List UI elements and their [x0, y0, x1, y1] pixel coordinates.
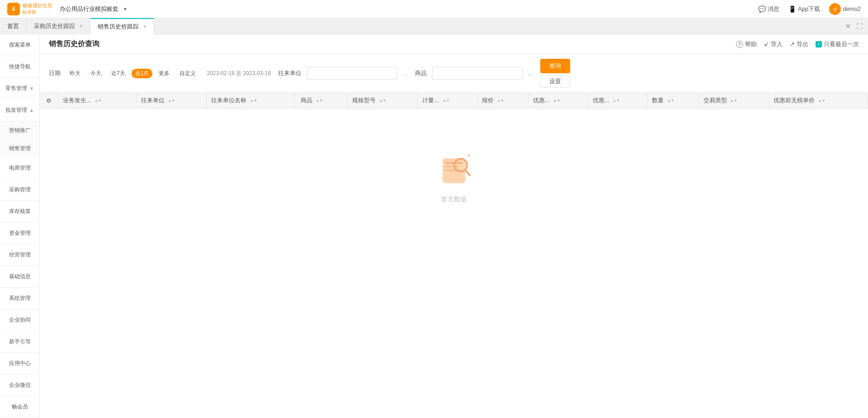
sidebar-operations-mgmt-label: 经营管理	[9, 251, 31, 259]
empty-state: ✦ 暂无数据	[40, 109, 868, 240]
app-download-button[interactable]: 📱 App下载	[788, 5, 820, 13]
sidebar-item-inventory[interactable]: 库存核算	[0, 201, 39, 223]
sidebar-item-finance-mgmt[interactable]: 资金管理	[0, 223, 39, 244]
tab-sales-history[interactable]: 销售历史价跟踪 ×	[90, 18, 154, 34]
sidebar-item-marketing[interactable]: 营销推广	[0, 121, 39, 139]
sort-arrows-trade-type: ▲▼	[730, 99, 737, 103]
logo-area: 6 畅捷通好生意标准版	[7, 3, 52, 15]
date-btn-last7[interactable]: 近7天	[108, 69, 129, 78]
date-btn-more[interactable]: 更多	[155, 69, 173, 78]
page-header: 销售历史价查询 ? 帮助 ↙ 导入 ↗ 导出 ✓ 只看最后一次	[40, 34, 868, 54]
empty-illustration: ✦	[431, 145, 476, 190]
partner-input[interactable]	[307, 67, 397, 80]
tab-home[interactable]: 首页	[0, 18, 27, 34]
sidebar-item-operations-mgmt[interactable]: 经营管理	[0, 244, 39, 266]
export-button[interactable]: ↗ 导出	[790, 40, 808, 48]
sidebar-item-retail-mgmt[interactable]: 零售管理 ▼	[0, 78, 39, 100]
th-discount1[interactable]: 优惠... ▲▼	[528, 93, 588, 109]
sidebar-inventory-label: 库存核算	[9, 208, 31, 215]
th-trade-type[interactable]: 交易类型 ▲▼	[698, 93, 769, 109]
empty-text: 暂无数据	[441, 195, 467, 204]
sidebar-member-label: 畅会员	[12, 403, 28, 411]
sidebar-item-purchase-mgmt[interactable]: 采购管理	[0, 179, 39, 201]
import-label: 导入	[771, 40, 783, 48]
sort-arrows-pre-tax: ▲▼	[818, 99, 826, 103]
page-title: 销售历史价查询	[49, 39, 99, 49]
th-goods[interactable]: 商品 ▲▼	[296, 93, 348, 109]
sidebar-new-guide-label: 新手引导	[9, 338, 31, 346]
sidebar-enterprise-wechat-label: 企业微信	[9, 381, 31, 389]
date-label: 日期	[49, 69, 61, 77]
th-partner-name[interactable]: 往来单位名称 ▲▼	[207, 93, 296, 109]
help-button[interactable]: ? 帮助	[736, 40, 757, 48]
th-unit[interactable]: 计量... ▲▼	[418, 93, 477, 109]
user-area[interactable]: d demo2	[829, 3, 861, 15]
goods-dots[interactable]: ...	[528, 70, 533, 77]
only-last-checkbox[interactable]: ✓	[816, 41, 822, 48]
message-icon: 💬	[758, 5, 766, 13]
help-label: 帮助	[745, 40, 757, 48]
sidebar-item-search-menu[interactable]: 搜索菜单	[0, 34, 39, 56]
help-icon: ?	[736, 41, 743, 48]
sort-arrows-quote: ▲▼	[497, 99, 504, 103]
sidebar-item-new-guide[interactable]: 新手引导	[0, 331, 39, 353]
sidebar-item-quick-nav[interactable]: 快捷导航	[0, 56, 39, 78]
tab-sales-history-close[interactable]: ×	[143, 24, 146, 30]
username: demo2	[843, 5, 861, 12]
sidebar-item-basic-info[interactable]: 基础信息	[0, 266, 39, 288]
sidebar-item-ecommerce-mgmt[interactable]: 电商管理	[0, 157, 39, 179]
date-btn-last1m[interactable]: 近1月	[132, 69, 153, 78]
filter-row-partner: 往来单位 ...	[278, 67, 408, 80]
sort-arrows-goods: ▲▼	[316, 99, 323, 103]
content-area: 销售历史价查询 ? 帮助 ↙ 导入 ↗ 导出 ✓ 只看最后一次	[40, 34, 868, 418]
window-maximize-btn[interactable]: ⛶	[856, 23, 863, 30]
partner-label: 往来单位	[278, 69, 302, 77]
sidebar-app-center-label: 应用中心	[9, 360, 31, 367]
th-quote[interactable]: 报价 ▲▼	[477, 93, 528, 109]
only-last-checkbox-group[interactable]: ✓ 只看最后一次	[816, 40, 859, 48]
th-pre-tax[interactable]: 优惠前无税单价 ▲▼	[769, 93, 868, 109]
sidebar-item-app-center[interactable]: 应用中心	[0, 353, 39, 375]
sort-arrows-biz-date: ▲▼	[94, 99, 102, 103]
th-spec[interactable]: 规格型号 ▲▼	[347, 93, 418, 109]
th-gear[interactable]: ⚙	[40, 93, 58, 109]
gear-icon[interactable]: ⚙	[46, 97, 52, 104]
header-dropdown-icon[interactable]: ▾	[124, 6, 127, 12]
app-download-label: App下载	[798, 5, 820, 13]
header-left: 6 畅捷通好生意标准版 办公用品行业模拟账套 ▾	[7, 3, 127, 15]
sidebar-basic-info-label: 基础信息	[9, 273, 31, 280]
date-btn-custom[interactable]: 自定义	[176, 69, 199, 78]
import-button[interactable]: ↙ 导入	[764, 40, 783, 48]
query-button[interactable]: 查询	[540, 59, 570, 73]
sidebar-system-mgmt-label: 系统管理	[9, 294, 31, 302]
tab-purchase-history[interactable]: 采购历史价跟踪 ×	[27, 18, 90, 34]
settings-button[interactable]: 设置	[540, 75, 570, 88]
sidebar-ecommerce-mgmt-label: 电商管理	[9, 164, 31, 172]
th-qty[interactable]: 数量 ▲▼	[647, 93, 698, 109]
tab-purchase-history-close[interactable]: ×	[80, 23, 83, 29]
sidebar-item-enterprise-collab[interactable]: 企业协同	[0, 309, 39, 331]
sidebar-enterprise-collab-label: 企业协同	[9, 316, 31, 324]
sidebar-retail-mgmt-arrow: ▼	[29, 86, 34, 91]
date-btn-yesterday[interactable]: 昨天	[66, 69, 84, 78]
message-button[interactable]: 💬 消息	[758, 5, 779, 13]
date-btn-today[interactable]: 今天	[87, 69, 105, 78]
window-controls: ✕ ⛶	[845, 23, 868, 30]
sidebar-item-system-mgmt[interactable]: 系统管理	[0, 288, 39, 309]
window-close-btn[interactable]: ✕	[845, 23, 851, 30]
sort-arrows-partner-code: ▲▼	[168, 99, 175, 103]
th-partner-code[interactable]: 往来单位 ▲▼	[136, 93, 207, 109]
header-title: 办公用品行业模拟账套	[60, 5, 118, 13]
sidebar-item-member[interactable]: 畅会员	[0, 396, 39, 418]
svg-line-6	[465, 170, 470, 175]
th-biz-date[interactable]: 业务发生... ▲▼	[58, 93, 136, 109]
sidebar-item-wholesale-mgmt[interactable]: 批发管理 ▲	[0, 100, 39, 121]
table-container: ⚙ 业务发生... ▲▼ 往来单位 ▲▼ 往来单位名称 ▲▼	[40, 93, 868, 418]
avatar: d	[829, 3, 841, 15]
sidebar-item-enterprise-wechat[interactable]: 企业微信	[0, 375, 39, 396]
goods-input[interactable]	[432, 67, 523, 80]
th-discount2[interactable]: 优惠... ▲▼	[588, 93, 647, 109]
sort-arrows-qty: ▲▼	[667, 99, 674, 103]
sidebar-item-sales-mgmt[interactable]: 销售管理	[0, 139, 39, 157]
partner-dots[interactable]: ...	[403, 70, 408, 77]
